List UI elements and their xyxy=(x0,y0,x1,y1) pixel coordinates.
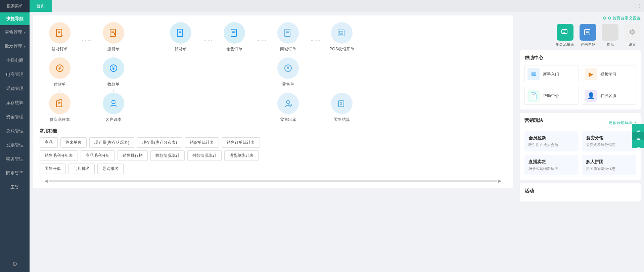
quick-icon-units[interactable]: 往来单位 xyxy=(580,24,596,47)
sidebar-item-salary[interactable]: 工资 xyxy=(0,180,30,194)
sidebar-item-label: 小畅电商 xyxy=(6,57,24,63)
flow-node-retail[interactable]: ¥ 零售单 xyxy=(268,57,308,87)
func-btn-receipt-stat[interactable]: 收款情况统计 xyxy=(150,150,185,161)
fission-sub: 裂变式发展分销商 xyxy=(586,142,632,147)
scroll-right-icon[interactable]: ▶ xyxy=(497,178,503,183)
settings-icon[interactable]: ⚙ xyxy=(0,257,30,272)
fullscreen-icon[interactable]: ⛶ xyxy=(631,3,644,9)
sidebar-item-tax[interactable]: 税务管理 xyxy=(0,152,30,166)
left-panel: 进货订单 - - → 进货单 xyxy=(30,12,516,272)
sidebar-item-wholesale[interactable]: 批发管理 ▾ xyxy=(0,39,30,53)
svg-rect-14 xyxy=(285,29,290,37)
func-btn-store-rank[interactable]: 门店排名 xyxy=(68,164,95,174)
activity-title: 活动 xyxy=(524,188,636,197)
float-btn-desktop[interactable]: 桌面快捷 xyxy=(632,140,644,148)
help-item-video[interactable]: ▶ 视频学习 xyxy=(582,65,636,83)
sidebar-item-assets[interactable]: 固定资产 xyxy=(0,166,30,180)
func-btn-sales-profit[interactable]: 销售毛利分析表 xyxy=(40,150,78,161)
float-btn-community[interactable]: 服务社区 xyxy=(632,132,644,140)
func-buttons-row2: 销售毛利分析表 商品毛利分析 销售排行榜 收款情况统计 付款情况统计 进货单统计… xyxy=(40,150,506,161)
flow-node-retail-out[interactable]: 零售出库 xyxy=(268,93,308,123)
flow-node-sales[interactable]: 销货单 xyxy=(160,22,201,52)
sidebar-item-ledger[interactable]: 总账管理 xyxy=(0,124,30,138)
sidebar-search[interactable]: 搜索菜单 xyxy=(0,0,30,12)
flow-node-payment[interactable]: ¥ 付款单 xyxy=(40,57,80,87)
marketing-card: 营销玩法 更多营销玩法 > 会员拉新 吸引用户成为会员 裂变分销 裂变式发展分销… xyxy=(520,113,641,180)
flow-node-sales-order[interactable]: 销售订单 xyxy=(214,22,255,52)
func-btn-stock-status[interactable]: 现存量(库存状况表) xyxy=(89,137,134,148)
member-sub: 吸引用户成为会员 xyxy=(528,142,574,147)
payment-icon: ¥ xyxy=(49,57,71,79)
svg-rect-7 xyxy=(177,29,183,37)
sales-label: 销货单 xyxy=(175,46,187,52)
svg-point-17 xyxy=(286,34,287,35)
flow-card: 进货订单 - - → 进货单 xyxy=(33,15,513,188)
marketing-grid: 会员拉新 吸引用户成为会员 裂变分销 裂变式发展分销商 直播卖货 场景式购物新玩… xyxy=(524,131,636,175)
func-btn-retail-order[interactable]: 零售开单 xyxy=(40,164,66,174)
func-btn-guide-rank[interactable]: 导购排名 xyxy=(97,164,124,174)
flow-node-receipt[interactable]: ¥ 收款单 xyxy=(93,57,134,87)
func-btn-purchase-stat[interactable]: 进货单统计表 xyxy=(224,150,259,161)
scroll-left-icon[interactable]: ◀ xyxy=(43,178,49,183)
help-item-help[interactable]: 📄 帮助中心 xyxy=(524,87,579,105)
sidebar-item-inventory[interactable]: 库存核算 xyxy=(0,96,30,110)
svg-rect-0 xyxy=(56,29,62,37)
shop-order-icon xyxy=(277,22,299,44)
sidebar-item-ecommgmt[interactable]: 电商管理 xyxy=(0,67,30,82)
sidebar-item-finance[interactable]: 资金管理 xyxy=(0,110,30,124)
func-btn-sales-rank[interactable]: 销售排行榜 xyxy=(118,150,148,161)
scroll-track[interactable] xyxy=(49,180,497,182)
shop-order-label: 商城订单 xyxy=(280,46,296,52)
retail-settle-label: 零售结算 xyxy=(334,117,350,123)
sidebar-item-purchase[interactable]: 采购管理 xyxy=(0,82,30,96)
help-item-service[interactable]: 👤 在线客服 xyxy=(582,87,636,105)
sidebar-item-retail[interactable]: 零售管理 ▾ xyxy=(0,25,30,39)
customize-btn[interactable]: ⚙ ⚙ 首页自定义设置 xyxy=(520,15,641,21)
float-btn-service[interactable]: 客服热线 xyxy=(632,124,644,132)
marketing-item-group[interactable]: 多人拼团 拼团购物享受优惠 xyxy=(582,155,636,175)
marketing-item-live[interactable]: 直播卖货 场景式购物新玩法 xyxy=(524,155,579,175)
flow-node-purchase[interactable]: 进货单 xyxy=(93,22,134,52)
sidebar-nav-label: 快捷导航 xyxy=(0,12,30,25)
video-icon: ▶ xyxy=(585,68,597,80)
scroll-bar: ◀ ▶ xyxy=(43,177,503,185)
help-item-beginner[interactable]: ✉ 新手入门 xyxy=(524,65,579,83)
func-btn-sales-stat[interactable]: 销货单统计表 xyxy=(185,137,219,148)
flow-node-shop-order[interactable]: 商城订单 xyxy=(268,22,308,52)
help-label: 帮助中心 xyxy=(543,93,559,99)
func-btn-goods[interactable]: 商品 xyxy=(40,137,58,148)
svg-rect-36 xyxy=(562,30,567,34)
func-btn-units[interactable]: 往来单位 xyxy=(60,137,87,148)
video-label: 视频学习 xyxy=(600,72,616,77)
svg-rect-4 xyxy=(110,29,116,37)
live-title: 直播卖货 xyxy=(528,159,574,165)
marketing-item-member[interactable]: 会员拉新 吸引用户成为会员 xyxy=(524,131,579,151)
sidebar-item-invoice[interactable]: 发票管理 xyxy=(0,138,30,152)
beginner-icon: ✉ xyxy=(527,68,540,80)
func-btn-goods-profit[interactable]: 商品毛利分析 xyxy=(81,150,115,161)
purchase-label: 进货单 xyxy=(107,46,120,52)
func-btn-payment-stat[interactable]: 付款情况统计 xyxy=(187,150,222,161)
marketing-item-fission[interactable]: 裂变分销 裂变式发展分销商 xyxy=(582,131,636,151)
quick-icon-cashflow[interactable]: 现金流量表 xyxy=(556,24,574,47)
sidebar-item-ecom[interactable]: 小畅电商 xyxy=(0,53,30,67)
flow-node-purchase-order[interactable]: 进货订单 xyxy=(40,22,80,52)
retail-icon: ¥ xyxy=(277,57,299,79)
activity-card: 活动 xyxy=(520,183,641,201)
pos-label: POS收银开单 xyxy=(329,46,354,52)
arrow-left-1: ← - - xyxy=(201,30,214,52)
quick-icon-settings[interactable]: ⚙ 设置 xyxy=(624,24,641,47)
sidebar-item-label: 发票管理 xyxy=(6,142,24,148)
func-btn-sales-order-stat[interactable]: 销售订单统计表 xyxy=(222,137,260,148)
flow-node-customer-account[interactable]: 客户账本 xyxy=(93,93,134,123)
tab-home[interactable]: 首页 xyxy=(30,0,52,12)
retail-settle-icon: ¥ xyxy=(331,93,353,114)
flow-node-retail-settle[interactable]: ¥ 零售结算 xyxy=(322,93,362,123)
func-btn-stock-dist[interactable]: 现存量(库存分布表) xyxy=(137,137,182,148)
receipt-icon: ¥ xyxy=(103,57,124,79)
chevron-down-icon: ▾ xyxy=(24,45,25,48)
flow-node-pos[interactable]: POS收银开单 xyxy=(322,22,362,52)
flow-node-supplier-account[interactable]: 供应商账本 xyxy=(40,93,80,123)
settings-icon-quick: ⚙ xyxy=(624,24,641,41)
quick-icon-none[interactable]: 暂无 xyxy=(602,24,618,47)
